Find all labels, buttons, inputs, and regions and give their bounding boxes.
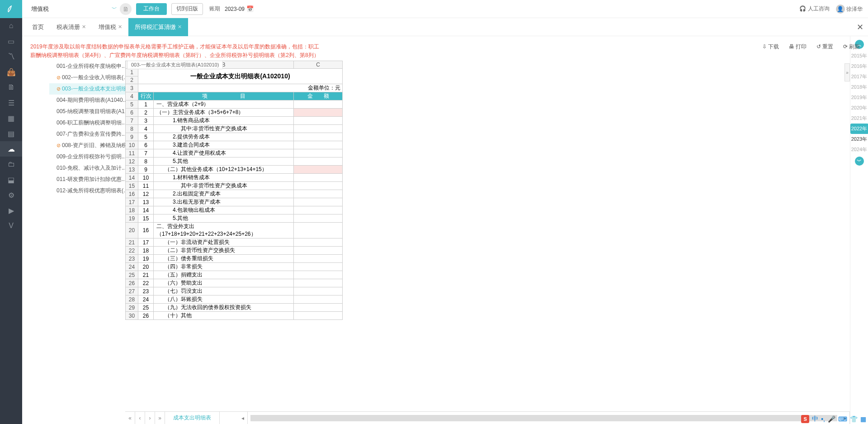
nav-v-icon[interactable]: V: [0, 218, 22, 233]
download-button[interactable]: ⇩ 下载: [762, 43, 779, 51]
year-2022年[interactable]: 2022年: [850, 124, 868, 134]
ime-logo-icon[interactable]: S: [801, 415, 809, 423]
year-2016年[interactable]: 2016年: [850, 61, 868, 71]
table-row[interactable]: 16122.出租固定资产成本: [126, 190, 343, 198]
sheet-last-icon[interactable]: »: [155, 412, 165, 424]
year-2019年[interactable]: 2019年: [850, 92, 868, 103]
table-row[interactable]: 2117（一）非流动资产处置损失: [126, 238, 343, 247]
form-item-0[interactable]: 001-企业所得税年度纳税申...: [49, 61, 125, 72]
spreadsheet[interactable]: ABC1一般企业成本支出明细表(A102010)23金额单位：元4行次项 目金 …: [125, 61, 850, 411]
tab-2[interactable]: 增值税✕: [92, 18, 128, 36]
table-row[interactable]: 2420（四）非常损失: [126, 263, 343, 271]
year-2017年[interactable]: 2017年: [850, 71, 868, 82]
ime-skin-icon[interactable]: 👕: [850, 415, 858, 423]
nav-tax-icon[interactable]: ☁: [0, 141, 22, 157]
hscroll-left-icon[interactable]: ◂: [238, 412, 248, 424]
table-row[interactable]: 2723（七）罚没支出: [126, 287, 343, 295]
year-2018年[interactable]: 2018年: [850, 82, 868, 92]
period-value[interactable]: 2023-09: [225, 6, 245, 12]
switch-old-button[interactable]: 切到旧版: [171, 3, 203, 15]
chevron-down-icon: ﹀: [112, 5, 117, 13]
ime-grid-icon[interactable]: ▦: [860, 415, 866, 423]
ime-punct-icon[interactable]: •,: [821, 415, 825, 423]
close-icon[interactable]: ✕: [82, 24, 86, 30]
nav-inbox-icon[interactable]: ⬓: [0, 172, 22, 187]
table-row[interactable]: 2824（八）坏账损失: [126, 295, 343, 304]
form-item-4[interactable]: 005-纳税调整项目明细表(A1...: [49, 106, 125, 117]
reset-button[interactable]: ↺ 重置: [816, 43, 833, 51]
table-row[interactable]: 84其中:非货币性资产交换成本: [126, 125, 343, 133]
table-row[interactable]: 1063.建造合同成本: [126, 141, 343, 149]
sheet-next-icon[interactable]: ›: [145, 412, 155, 424]
table-row[interactable]: 1285.其他: [126, 157, 343, 166]
close-all-tabs-icon[interactable]: ✕: [857, 22, 863, 32]
close-icon[interactable]: ✕: [178, 24, 182, 30]
sheet-first-icon[interactable]: «: [125, 412, 135, 424]
table-row[interactable]: 952.提供劳务成本: [126, 133, 343, 141]
table-row[interactable]: 17133.出租无形资产成本: [126, 198, 343, 206]
support-link[interactable]: 🎧 人工咨询: [799, 5, 829, 13]
form-item-8[interactable]: 009-企业所得税弥补亏损明...: [49, 151, 125, 162]
module-dropdown[interactable]: 增值税 ﹀: [31, 5, 117, 13]
year-2021年[interactable]: 2021年: [850, 113, 868, 124]
table-row[interactable]: 2622（六）赞助支出: [126, 279, 343, 287]
nav-video-icon[interactable]: ▶: [0, 203, 22, 218]
ime-mic-icon[interactable]: 🎤: [828, 415, 835, 423]
table-row[interactable]: 731.销售商品成本: [126, 117, 343, 125]
print-button[interactable]: 🖶 打印: [789, 43, 807, 51]
table-row[interactable]: 139（二）其他业务成本（10+12+13+14+15）: [126, 166, 343, 174]
ime-keyboard-icon[interactable]: ⌨: [838, 415, 847, 423]
workspace-button[interactable]: 工作台: [136, 3, 167, 15]
table-row[interactable]: 1511其中:非货币性资产交换成本: [126, 182, 343, 190]
table-row[interactable]: 2521（五）捐赠支出: [126, 271, 343, 279]
app-logo[interactable]: [0, 0, 22, 18]
horizontal-scrollbar[interactable]: [250, 415, 837, 421]
tab-3[interactable]: 所得税汇算清缴✕: [128, 18, 188, 36]
sheet-tab[interactable]: 成本支出明细表: [165, 412, 220, 424]
ime-lang[interactable]: 中: [812, 415, 818, 423]
nav-doc-icon[interactable]: 🗎: [0, 80, 22, 95]
table-row[interactable]: 2218（二）非货币性资产交换损失: [126, 247, 343, 255]
table-row[interactable]: 62（一）主营业务成本（3+5+6+7+8）: [126, 109, 343, 117]
close-icon[interactable]: ✕: [118, 24, 122, 30]
form-item-6[interactable]: 007-广告费和业务宣传费跨...: [49, 129, 125, 140]
form-item-7[interactable]: ⊘008-资产折旧、摊销及纳税...: [49, 140, 125, 151]
table-row[interactable]: 14101.材料销售成本: [126, 174, 343, 182]
tab-0[interactable]: 首页: [26, 18, 50, 36]
form-item-11[interactable]: 012-减免所得税优惠明细表(...: [49, 185, 125, 196]
table-row[interactable]: 3026（十）其他: [126, 312, 343, 320]
form-item-9[interactable]: 010-免税、减计收入及加计...: [49, 162, 125, 174]
nav-bag-icon[interactable]: 👜: [0, 64, 22, 80]
nav-grid-icon[interactable]: ▦: [0, 110, 22, 126]
year-down-icon[interactable]: ︾: [855, 157, 864, 166]
year-2020年[interactable]: 2020年: [850, 103, 868, 113]
form-item-2[interactable]: ⊘003-一般企业成本支出明细...: [49, 83, 125, 95]
expand-handle[interactable]: »: [844, 63, 850, 81]
calendar-icon[interactable]: 📅: [246, 5, 254, 12]
table-row[interactable]: 18144.包装物出租成本: [126, 206, 343, 214]
table-row[interactable]: 2016二、营业外支出（17+18+19+20+21+22+23+24+25+2…: [126, 223, 343, 238]
nav-folder-icon[interactable]: 🗀: [0, 157, 22, 172]
year-2024年[interactable]: 2024年: [850, 144, 868, 155]
user-menu[interactable]: 👤 徐泽华: [836, 5, 863, 14]
table-row[interactable]: 2925（九）无法收回的债券股权投资损失: [126, 304, 343, 312]
year-2023年[interactable]: 2023年: [850, 134, 868, 144]
sheet-prev-icon[interactable]: ‹: [135, 412, 145, 424]
nav-home-icon[interactable]: ⌂: [0, 18, 22, 33]
doc-icon-button[interactable]: 🗎: [120, 3, 132, 15]
nav-chart-icon[interactable]: 〽: [0, 49, 22, 64]
tab-1[interactable]: 税表清册✕: [50, 18, 92, 36]
form-item-10[interactable]: 011-研发费用加计扣除优惠...: [49, 174, 125, 185]
refresh-button[interactable]: ⟳ 刷新: [843, 43, 860, 51]
table-row[interactable]: 19155.其他: [126, 214, 343, 223]
nav-list-icon[interactable]: ☰: [0, 95, 22, 110]
form-item-1[interactable]: ⊘002-一般企业收入明细表(...: [49, 72, 125, 83]
table-row[interactable]: 2319（三）债务重组损失: [126, 255, 343, 263]
table-row[interactable]: 51一、营业成本（2+9）: [126, 100, 343, 109]
nav-table-icon[interactable]: ▤: [0, 126, 22, 141]
form-item-5[interactable]: 006-职工薪酬纳税调整明细...: [49, 117, 125, 129]
nav-settings-icon[interactable]: ⚙: [0, 187, 22, 203]
form-item-3[interactable]: 004-期间费用明细表(A1040...: [49, 95, 125, 106]
nav-card-icon[interactable]: ▭: [0, 33, 22, 49]
table-row[interactable]: 1174.让渡资产使用权成本: [126, 149, 343, 157]
